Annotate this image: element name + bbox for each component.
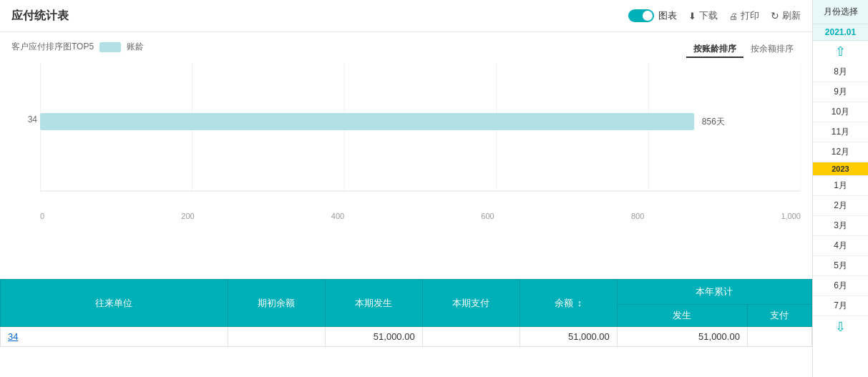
refresh-icon [771,10,779,21]
refresh-button[interactable]: 刷新 [771,9,801,22]
data-table: 往来单位 期初余额 本期发生 本期支付 余额 ↕ 本年累计 发生 支付 [0,279,812,347]
sort-by-balance-button[interactable]: 按账龄排序 [686,41,743,58]
cell-unit[interactable]: 34 [1,327,228,347]
month-item-6[interactable]: 6月 [813,276,868,296]
col-ytd-pay-header: 支付 [747,305,811,327]
page-title: 应付统计表 [11,9,69,24]
col-unit-header: 往来单位 [1,280,228,327]
sort-controls: 按账龄排序 按余额排序 [686,41,801,58]
header-actions: 图表 下载 打印 刷新 [628,9,801,22]
legend-box [99,42,121,52]
svg-text:856天: 856天 [702,117,725,127]
x-axis-200: 200 [181,212,194,220]
sidebar-header: 月份选择 [813,0,868,24]
legend-box-label: 账龄 [127,41,144,53]
month-item-10[interactable]: 10月 [813,102,868,122]
svg-rect-7 [40,113,694,130]
refresh-label: 刷新 [782,9,801,22]
cell-payment [422,327,520,347]
col-ytd-occur-header: 发生 [617,305,747,327]
sort-by-amount-button[interactable]: 按余额排序 [743,41,801,58]
col-balance-header: 余额 ↕ [520,280,617,327]
month-item-3[interactable]: 3月 [813,216,868,236]
x-axis-1000: 1,000 [781,212,801,220]
col-ytd-header: 本年累计 [617,280,811,305]
cell-balance: 51,000.00 [520,327,617,347]
month-item-8[interactable]: 8月 [813,62,868,82]
cell-ytd-pay [747,327,811,347]
month-item-2[interactable]: 2月 [813,196,868,216]
print-icon [729,11,738,21]
download-button[interactable]: 下载 [688,9,718,22]
print-label: 打印 [741,9,759,22]
sidebar-nav: ⇧ 8月 9月 10月 11月 12月 2023 1月 2月 3月 4月 5月 … [813,41,868,338]
chart-toggle[interactable] [628,9,654,22]
col-balance-label: 余额 [555,298,573,308]
month-item-1[interactable]: 1月 [813,176,868,196]
chart-legend: 客户应付排序图TOP5 账龄 [11,41,144,53]
table-section: 往来单位 期初余额 本期发生 本期支付 余额 ↕ 本年累计 发生 支付 [0,279,812,377]
legend-text: 客户应付排序图TOP5 [11,41,94,53]
chart-section: 客户应付排序图TOP5 账龄 按账龄排序 按余额排序 [0,32,812,279]
sidebar: 月份选择 2021.01 ⇧ 8月 9月 10月 11月 12月 2023 1月… [812,0,868,377]
cell-ytd-occur: 51,000.00 [617,327,747,347]
cell-opening [228,327,325,347]
cell-current: 51,000.00 [325,327,422,347]
month-item-7[interactable]: 7月 [813,296,868,316]
chart-grid-svg: 856天 [40,63,801,192]
month-item-11[interactable]: 11月 [813,122,868,142]
x-axis-0: 0 [40,212,44,220]
print-button[interactable]: 打印 [729,9,759,22]
chart-toggle-group[interactable]: 图表 [628,9,677,22]
col-current-header: 本期发生 [325,280,422,327]
table-row: 34 51,000.00 51,000.00 51,000.00 [1,327,812,347]
month-item-5[interactable]: 5月 [813,256,868,276]
table-header-row-1: 往来单位 期初余额 本期发生 本期支付 余额 ↕ 本年累计 [1,280,812,305]
x-axis: 0 200 400 600 800 1,000 [40,212,801,220]
col-opening-header: 期初余额 [228,280,325,327]
download-label: 下载 [699,9,718,22]
col-payment-header: 本期支付 [422,280,520,327]
chart-container: 856天 34 0 200 400 600 800 1,000 [11,63,801,270]
month-item-4[interactable]: 4月 [813,236,868,256]
nav-down-arrow[interactable]: ⇩ [813,316,868,338]
year-marker-2023: 2023 [813,162,868,176]
download-icon [688,11,696,21]
x-axis-600: 600 [481,212,494,220]
sort-icon[interactable]: ↕ [577,298,582,308]
x-axis-800: 800 [631,212,644,220]
nav-up-arrow[interactable]: ⇧ [813,41,868,62]
month-item-9[interactable]: 9月 [813,82,868,102]
chart-toggle-label: 图表 [658,9,677,22]
page-header: 应付统计表 图表 下载 打印 刷新 [0,0,812,32]
table-body: 34 51,000.00 51,000.00 51,000.00 [1,327,812,347]
sidebar-current-value: 2021.01 [813,24,868,41]
month-item-12[interactable]: 12月 [813,142,868,162]
y-axis-label: 34 [11,114,37,124]
x-axis-400: 400 [331,212,344,220]
